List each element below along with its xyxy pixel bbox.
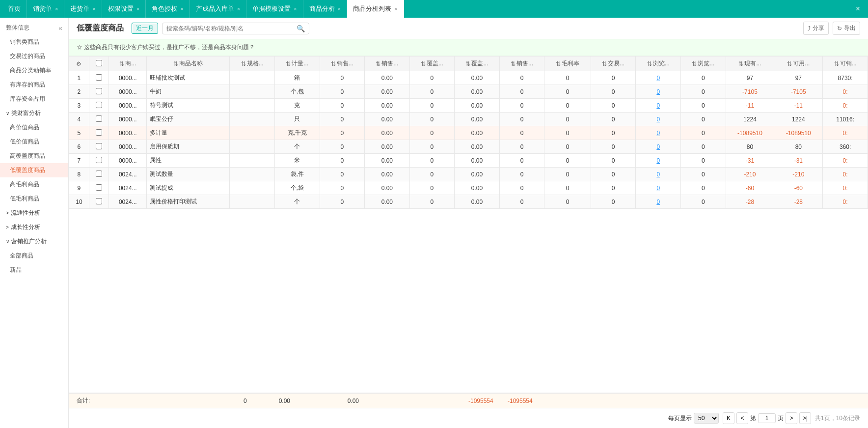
- sidebar-item-stock-capital[interactable]: 库存资金占用: [0, 92, 68, 106]
- col-sales-amt[interactable]: ⇅销售...: [365, 57, 410, 71]
- row-checkbox-input[interactable]: [96, 74, 102, 81]
- per-page-select[interactable]: 50 20 100 200: [694, 413, 719, 424]
- col-code[interactable]: ⇅商...: [109, 57, 147, 71]
- row-view1[interactable]: 0: [636, 181, 681, 195]
- row-checkbox-input[interactable]: [96, 171, 102, 177]
- row-checkbox-input[interactable]: [96, 157, 102, 163]
- row-sales3: 0: [499, 71, 544, 85]
- row-view1[interactable]: 0: [636, 140, 681, 154]
- sidebar-item-traded-products[interactable]: 交易过的商品: [0, 49, 68, 63]
- row-checkbox[interactable]: [89, 140, 108, 154]
- col-spec[interactable]: ⇅规格...: [230, 57, 275, 71]
- row-checkbox[interactable]: [89, 154, 108, 168]
- sidebar-item-low-coverage[interactable]: 低覆盖度商品: [0, 163, 68, 177]
- col-gross[interactable]: ⇅毛利率: [544, 57, 591, 71]
- row-view1[interactable]: 0: [636, 113, 681, 126]
- export-button[interactable]: ↻ 导出: [833, 22, 860, 35]
- nav-products[interactable]: 产成品入库单 ×: [190, 0, 246, 18]
- col-cover1[interactable]: ⇅覆盖...: [409, 57, 455, 71]
- close-icon[interactable]: ×: [394, 6, 397, 12]
- row-checkbox-input[interactable]: [96, 198, 102, 204]
- search-icon[interactable]: 🔍: [297, 25, 305, 32]
- nav-purchase[interactable]: 进货单 ×: [64, 0, 102, 18]
- row-view1[interactable]: 0: [636, 85, 681, 99]
- col-sales3[interactable]: ⇅销售...: [499, 57, 544, 71]
- nav-sales[interactable]: 销货单 ×: [27, 0, 64, 18]
- col-sales-qty[interactable]: ⇅销售...: [320, 57, 365, 71]
- select-all-checkbox[interactable]: [96, 60, 102, 66]
- row-checkbox-input[interactable]: [96, 129, 102, 136]
- row-checkbox-input[interactable]: [96, 88, 102, 94]
- row-checkbox-input[interactable]: [96, 102, 102, 108]
- search-input[interactable]: [166, 25, 295, 32]
- sidebar-section-circulation[interactable]: > 流通性分析: [0, 206, 68, 220]
- row-checkbox[interactable]: [89, 126, 108, 140]
- sidebar-section-wealth[interactable]: ∨ 类财富分析: [0, 106, 68, 120]
- nav-analysis-list[interactable]: 商品分析列表 ×: [347, 0, 404, 18]
- row-checkbox[interactable]: [89, 113, 108, 126]
- share-button[interactable]: ⤴ 分享: [803, 22, 829, 35]
- sidebar-item-high-value[interactable]: 高价值商品: [0, 120, 68, 135]
- col-view1[interactable]: ⇅浏览...: [636, 57, 681, 71]
- next-page-button[interactable]: >: [786, 412, 797, 424]
- col-trade[interactable]: ⇅交易...: [591, 57, 636, 71]
- row-view1[interactable]: 0: [636, 195, 681, 209]
- row-checkbox-input[interactable]: [96, 143, 102, 149]
- sidebar-item-high-coverage[interactable]: 高覆盖度商品: [0, 149, 68, 163]
- col-settings[interactable]: ⚙: [69, 57, 89, 71]
- row-view1[interactable]: 0: [636, 154, 681, 168]
- first-page-button[interactable]: K: [723, 412, 734, 424]
- close-icon[interactable]: ×: [237, 6, 240, 12]
- close-icon[interactable]: ×: [180, 6, 183, 12]
- col-checkbox[interactable]: [89, 57, 108, 71]
- close-icon[interactable]: ×: [92, 6, 95, 12]
- row-checkbox-input[interactable]: [96, 115, 102, 122]
- row-checkbox[interactable]: [89, 195, 108, 209]
- row-view1[interactable]: 0: [636, 168, 681, 181]
- col-saleable[interactable]: ⇅可销...: [823, 57, 868, 71]
- last-page-button[interactable]: >|: [799, 412, 811, 424]
- prev-page-button[interactable]: <: [736, 412, 748, 424]
- sidebar-item-low-profit[interactable]: 低毛利商品: [0, 192, 68, 206]
- sidebar-collapse-button[interactable]: «: [58, 24, 62, 32]
- window-close-button[interactable]: ×: [850, 4, 866, 13]
- nav-templates[interactable]: 单据模板设置 ×: [246, 0, 303, 18]
- page-number-input[interactable]: [758, 413, 776, 423]
- close-icon[interactable]: ×: [338, 6, 341, 12]
- row-checkbox[interactable]: [89, 85, 108, 99]
- row-view1[interactable]: 0: [636, 126, 681, 140]
- nav-home[interactable]: 首页: [2, 0, 27, 18]
- col-available[interactable]: ⇅可用...: [774, 57, 823, 71]
- col-cover2[interactable]: ⇅覆盖...: [455, 57, 500, 71]
- col-unit[interactable]: ⇅计量...: [274, 57, 320, 71]
- close-icon[interactable]: ×: [294, 6, 297, 12]
- col-view2[interactable]: ⇅浏览...: [681, 57, 726, 71]
- nav-permissions[interactable]: 权限设置 ×: [102, 0, 146, 18]
- sidebar-item-category-rate[interactable]: 商品分类动销率: [0, 63, 68, 78]
- sidebar-section-marketing[interactable]: ∨ 营销推广分析: [0, 234, 68, 249]
- close-icon[interactable]: ×: [55, 6, 58, 12]
- col-name[interactable]: ⇅商品名称: [147, 57, 230, 71]
- sidebar-item-in-stock[interactable]: 有库存的商品: [0, 78, 68, 92]
- nav-analysis[interactable]: 商品分析 ×: [303, 0, 347, 18]
- row-code: 0000...: [109, 85, 147, 99]
- sidebar-section-growth[interactable]: > 成长性分析: [0, 220, 68, 234]
- sidebar-item-low-value[interactable]: 低价值商品: [0, 135, 68, 149]
- col-current[interactable]: ⇅现有...: [726, 57, 774, 71]
- sidebar-item-all-products[interactable]: 全部商品: [0, 249, 68, 263]
- row-view1[interactable]: 0: [636, 71, 681, 85]
- totals-label: 合计:: [77, 397, 90, 405]
- row-checkbox[interactable]: [89, 71, 108, 85]
- close-icon[interactable]: ×: [136, 6, 139, 12]
- sidebar-item-high-profit[interactable]: 高毛利商品: [0, 177, 68, 192]
- row-checkbox[interactable]: [89, 181, 108, 195]
- row-checkbox[interactable]: [89, 99, 108, 113]
- total-available: -1095554: [500, 398, 540, 404]
- sidebar-item-new-products[interactable]: 新品: [0, 263, 68, 277]
- row-checkbox[interactable]: [89, 168, 108, 181]
- sidebar-item-sales-products[interactable]: 销售类商品: [0, 35, 68, 49]
- nav-roles[interactable]: 角色授权 ×: [146, 0, 190, 18]
- period-button[interactable]: 近一月: [132, 23, 158, 34]
- row-view1[interactable]: 0: [636, 99, 681, 113]
- row-checkbox-input[interactable]: [96, 184, 102, 191]
